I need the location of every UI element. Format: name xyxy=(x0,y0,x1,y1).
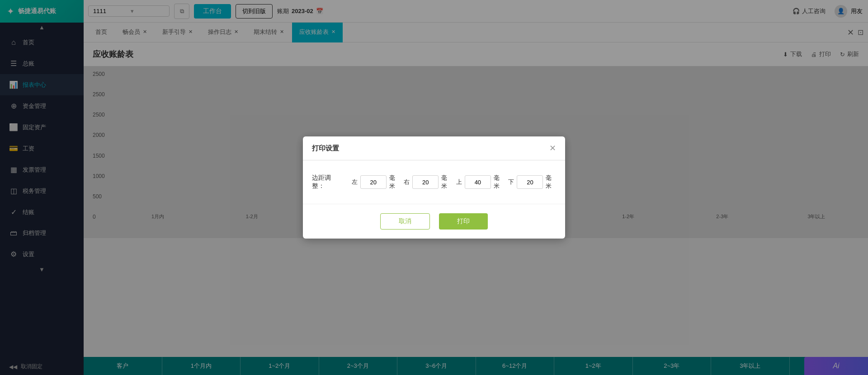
cancel-button[interactable]: 取消 xyxy=(380,213,430,230)
print-confirm-button[interactable]: 打印 xyxy=(439,213,488,230)
margin-label: 边距调整： xyxy=(312,174,343,190)
margin-right-group: 右 毫米 xyxy=(404,174,452,190)
margin-left-group: 左 毫米 xyxy=(352,174,400,190)
margin-bottom-group: 下 毫米 xyxy=(508,174,556,190)
dialog-footer: 取消 打印 xyxy=(303,204,565,239)
dialog-close-button[interactable]: ✕ xyxy=(549,143,556,153)
right-unit: 毫米 xyxy=(441,174,452,190)
dialog-title: 打印设置 xyxy=(312,144,339,153)
top-label: 上 xyxy=(456,178,462,186)
margin-row: 边距调整： 左 毫米 右 毫米 上 毫米 下 xyxy=(312,174,556,190)
print-settings-dialog: 打印设置 ✕ 边距调整： 左 毫米 右 毫米 上 毫米 xyxy=(303,136,565,239)
left-margin-input[interactable] xyxy=(360,175,387,189)
dialog-overlay: 打印设置 ✕ 边距调整： 左 毫米 右 毫米 上 毫米 xyxy=(0,0,868,375)
dialog-body: 边距调整： 左 毫米 右 毫米 上 毫米 下 xyxy=(303,160,565,204)
dialog-header: 打印设置 ✕ xyxy=(303,136,565,160)
bottom-label: 下 xyxy=(508,178,514,186)
bottom-margin-input[interactable] xyxy=(517,175,543,189)
margin-top-group: 上 毫米 xyxy=(456,174,504,190)
top-margin-input[interactable] xyxy=(465,175,491,189)
left-unit: 毫米 xyxy=(389,174,400,190)
top-unit: 毫米 xyxy=(494,174,504,190)
bottom-unit: 毫米 xyxy=(546,174,556,190)
right-label: 右 xyxy=(404,178,410,186)
right-margin-input[interactable] xyxy=(412,175,439,189)
left-label: 左 xyxy=(352,178,358,186)
